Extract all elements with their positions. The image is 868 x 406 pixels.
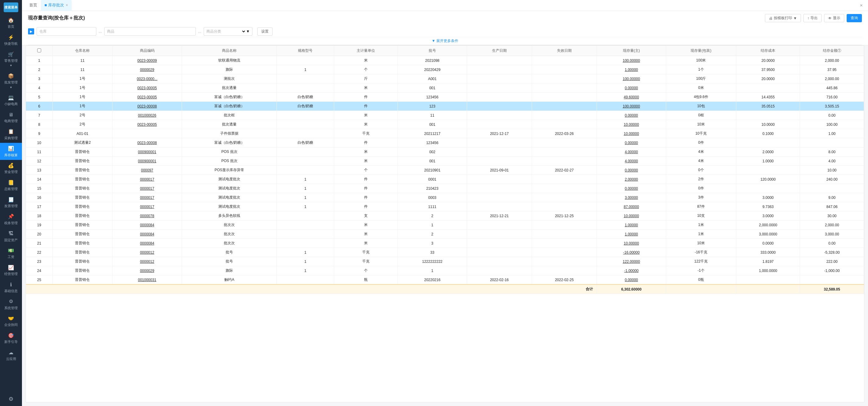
- row-qty-main[interactable]: 3.00000: [597, 193, 666, 202]
- row-code[interactable]: 0000078: [112, 211, 182, 221]
- row-code[interactable]: 000097: [112, 166, 182, 175]
- col-checkbox[interactable]: [26, 46, 53, 56]
- row-qty-main[interactable]: 10.00000: [597, 211, 666, 221]
- row-code[interactable]: 0000017: [112, 184, 182, 193]
- sidebar-item-ecom[interactable]: 🖥 电商管理: [0, 109, 22, 126]
- row-qty-main[interactable]: 49.60000: [597, 93, 666, 102]
- row-qty-main[interactable]: 0.00000: [597, 111, 666, 120]
- row-code[interactable]: 0000017: [112, 193, 182, 202]
- row-code[interactable]: 000900001: [112, 157, 182, 166]
- sidebar-item-wholesale[interactable]: 📦 批发管理 ▼: [0, 70, 22, 92]
- warehouse-input[interactable]: [48, 29, 94, 34]
- row-qty-main[interactable]: 87.00000: [597, 202, 666, 211]
- row-qty-main[interactable]: 10.00000: [597, 129, 666, 138]
- sidebar-item-collab[interactable]: 🤝 企业协同: [0, 313, 22, 330]
- row-prod-date: [467, 184, 532, 193]
- row-code[interactable]: 0023-0000...: [112, 74, 182, 83]
- row-code[interactable]: 000900001: [112, 147, 182, 157]
- sidebar-item-guide[interactable]: 🎯 新手引导: [0, 330, 22, 347]
- row-qty-main[interactable]: 1.00000: [597, 230, 666, 239]
- sidebar-item-ecom-small[interactable]: 💻 小缺电商: [0, 92, 22, 109]
- sidebar-item-retail[interactable]: 🛒 零售管理 ▼: [0, 49, 22, 70]
- invoice-icon: 🧾: [1, 197, 21, 203]
- sidebar-item-management[interactable]: 📈 经营管理: [0, 262, 22, 279]
- settings-button[interactable]: 设置: [257, 27, 273, 36]
- filter-arrow-button[interactable]: ▶: [28, 28, 34, 34]
- row-code[interactable]: 0000012: [112, 248, 182, 257]
- sidebar-logo[interactable]: 搜索菜单: [4, 2, 18, 12]
- row-code[interactable]: 0023-00008: [112, 102, 182, 111]
- product-input[interactable]: [116, 29, 193, 34]
- sidebar-item-inventory[interactable]: 📊 库存核算: [0, 143, 22, 160]
- row-code[interactable]: 0000029: [112, 266, 182, 275]
- select-all-checkbox[interactable]: [37, 48, 41, 53]
- category-select[interactable]: [222, 29, 246, 34]
- window-close-button[interactable]: ✕: [858, 2, 864, 8]
- sidebar-item-assets[interactable]: 🏗 固定资产: [0, 228, 22, 245]
- row-code[interactable]: 0000084: [112, 221, 182, 230]
- row-qty-main[interactable]: 1.00000: [597, 221, 666, 230]
- sidebar-item-purchase[interactable]: 📋 采购管理: [0, 126, 22, 143]
- row-qty-main[interactable]: 4.00000: [597, 147, 666, 157]
- row-code[interactable]: 001000026: [112, 111, 182, 120]
- row-qty-main[interactable]: 10.00000: [597, 120, 666, 129]
- sidebar-item-ledger[interactable]: 📒 总账管理: [0, 177, 22, 194]
- table-row: 61号0023-00008富诚（白色/奶糖）白色/奶糖件123100.00000…: [26, 102, 864, 111]
- row-code[interactable]: [112, 129, 182, 138]
- row-code[interactable]: 0000084: [112, 239, 182, 248]
- sidebar-item-cloud[interactable]: ☁ 云应用: [0, 347, 22, 364]
- expand-more-button[interactable]: ▼ 展开更多条件: [432, 38, 458, 43]
- row-code[interactable]: 0000017: [112, 175, 182, 184]
- tab-home[interactable]: 首页: [26, 0, 41, 11]
- row-code[interactable]: 0000012: [112, 257, 182, 266]
- row-code[interactable]: 0000017: [112, 202, 182, 211]
- row-amount: 2,000.00: [800, 74, 864, 83]
- row-code[interactable]: 0023-00008: [112, 138, 182, 147]
- row-code[interactable]: 0023-00005: [112, 83, 182, 93]
- sidebar-item-salary[interactable]: 💵 工资: [0, 245, 22, 262]
- sidebar-item-basic[interactable]: ℹ 基础信息: [0, 279, 22, 296]
- category-filter[interactable]: 商品分类 ▼: [204, 27, 252, 36]
- row-qty-main[interactable]: 0.00000: [597, 275, 666, 285]
- sidebar-item-quicknav[interactable]: ⚡ 快捷导航: [0, 32, 22, 49]
- row-cost: 1.0000: [736, 157, 800, 166]
- print-button[interactable]: 🖨 按模板打印 ▼: [765, 14, 801, 22]
- tab-close-button[interactable]: ×: [66, 3, 68, 7]
- sidebar-item-home[interactable]: 🏠 首页: [0, 14, 22, 32]
- gear-button[interactable]: ⚙: [0, 392, 22, 406]
- row-qty-main[interactable]: 2.00000: [597, 175, 666, 184]
- sidebar-item-invoice[interactable]: 🧾 发票管理: [0, 194, 22, 211]
- row-qty-main[interactable]: 0.00000: [597, 138, 666, 147]
- row-qty-main[interactable]: -16.00000: [597, 248, 666, 257]
- sidebar-item-tax[interactable]: 📌 税务管理: [0, 211, 22, 228]
- row-code[interactable]: 0000029: [112, 65, 182, 74]
- row-qty-main[interactable]: 10.00000: [597, 239, 666, 248]
- sidebar-item-finance[interactable]: 💰 资金管理: [0, 160, 22, 177]
- row-spec: [277, 221, 334, 230]
- row-qty-main[interactable]: 100.00000: [597, 102, 666, 111]
- row-code[interactable]: 0023-00009: [112, 56, 182, 65]
- row-code[interactable]: 0023-00005: [112, 93, 182, 102]
- show-button[interactable]: 👁 显示: [824, 14, 844, 22]
- row-qty-main[interactable]: -1.00000: [597, 266, 666, 275]
- row-qty-main[interactable]: 100.00000: [597, 56, 666, 65]
- warehouse-filter[interactable]: 仓库: [37, 27, 96, 36]
- row-exp-date: [532, 175, 597, 184]
- row-qty-main[interactable]: 100.00000: [597, 74, 666, 83]
- category-filter-label: 商品分类: [207, 29, 221, 34]
- row-code[interactable]: 0000084: [112, 230, 182, 239]
- main-area: 首页 ■ 库存批次 × ✕ 现存量查询(按仓库＋批次) 🖨 按模板打印 ▼: [22, 0, 868, 406]
- row-code[interactable]: 0023-00005: [112, 120, 182, 129]
- row-qty-main[interactable]: 0.00000: [597, 166, 666, 175]
- row-code[interactable]: 001000031: [112, 275, 182, 285]
- query-button[interactable]: 查询: [847, 14, 862, 22]
- row-qty-main[interactable]: 0.00000: [597, 184, 666, 193]
- sidebar-item-system[interactable]: ⚙ 系统管理: [0, 296, 22, 313]
- export-button[interactable]: ↑ 导出: [803, 14, 822, 22]
- row-qty-main[interactable]: 0.00000: [597, 83, 666, 93]
- row-qty-main[interactable]: 4.00000: [597, 157, 666, 166]
- tab-batch[interactable]: ■ 库存批次 ×: [41, 0, 72, 11]
- row-qty-main[interactable]: 1.00000: [597, 65, 666, 74]
- product-filter[interactable]: 商品: [104, 27, 196, 36]
- row-qty-main[interactable]: 122.00000: [597, 257, 666, 266]
